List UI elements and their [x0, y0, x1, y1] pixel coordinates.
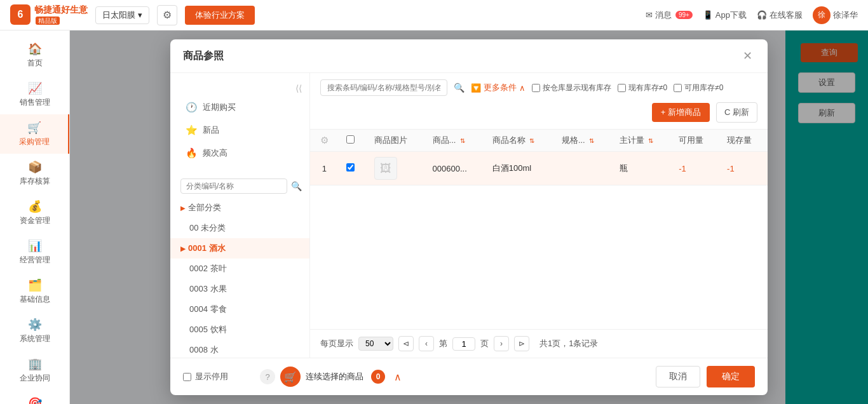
guide-icon: 🎯	[28, 396, 42, 404]
sidebar: 🏠 首页 📈 销售管理 🛒 采购管理 📦 库存核算 💰 资金管理 📊 经营管理 …	[0, 30, 70, 404]
basic-icon: 🗂️	[28, 278, 42, 292]
user-item[interactable]: 徐 徐泽华	[813, 6, 858, 24]
first-page-button[interactable]: ⊲	[398, 336, 414, 351]
chevron-down-icon: ▾	[138, 10, 142, 20]
product-search-input[interactable]	[320, 79, 447, 96]
modal-right-panel: 🔍 🔽 更多条件 ∧ 按仓库显示现有库存	[310, 73, 768, 358]
cart-icon[interactable]: 🛒	[280, 367, 301, 387]
filter-button[interactable]: 🔽 更多条件 ∧	[471, 82, 526, 93]
notification-label: 消息	[655, 10, 672, 21]
category-uncategorized[interactable]: 00 未分类	[170, 218, 309, 238]
col-settings-icon[interactable]: ⚙	[320, 135, 329, 145]
checkbox-warehouse-label: 按仓库显示现有库存	[543, 83, 611, 93]
col-code-label: 商品...	[433, 135, 456, 145]
avatar-initial: 徐	[818, 10, 825, 20]
nav-recent-purchase[interactable]: 🕐 近期购买	[175, 97, 304, 118]
topbar: 6 畅捷通好生意 精品版 日太阳膜 ▾ ⚙ 体验行业方案 ✉ 消息 99+ 📱 …	[0, 0, 868, 30]
category-fruit[interactable]: 0003 水果	[170, 279, 309, 299]
col-spec[interactable]: 规格... ⇅	[554, 130, 612, 152]
col-unit-label: 主计量	[620, 135, 644, 145]
checkbox-stock-label: 现有库存≠0	[628, 83, 667, 93]
sidebar-label-business: 经营管理	[20, 255, 50, 266]
available-checkbox[interactable]	[674, 84, 682, 92]
help-icon[interactable]: ?	[260, 369, 275, 384]
product-image: 🖼	[374, 157, 397, 180]
sidebar-label-enterprise: 企业协同	[20, 373, 50, 384]
checkbox-stock[interactable]: 现有库存≠0	[618, 83, 667, 93]
category-tea[interactable]: 0002 茶叶	[170, 259, 309, 279]
frequent-icon: 🔥	[186, 147, 198, 159]
sidebar-item-sales[interactable]: 📈 销售管理	[0, 75, 69, 114]
checkbox-available[interactable]: 可用库存≠0	[674, 83, 723, 93]
avatar: 徐	[813, 6, 831, 24]
nav-new-products[interactable]: ⭐ 新品	[175, 119, 304, 141]
purchase-icon: 🛒	[27, 121, 41, 135]
category-tea-label: 0002 茶叶	[189, 263, 227, 274]
warehouse-checkbox[interactable]	[532, 84, 540, 92]
confirm-button[interactable]: 确定	[707, 366, 755, 387]
sidebar-item-purchase[interactable]: 🛒 采购管理	[0, 114, 69, 154]
sales-icon: 📈	[28, 81, 42, 95]
cart-count: 0	[371, 370, 385, 384]
row-code: 000600...	[425, 152, 485, 185]
page-size-select[interactable]: 50 20 100	[358, 337, 393, 351]
category-all[interactable]: ▶ 全部分类	[170, 198, 309, 218]
cancel-button[interactable]: 取消	[656, 366, 700, 387]
sidebar-item-guide[interactable]: 🎯 新手引导	[0, 390, 69, 404]
category-snack[interactable]: 0004 零食	[170, 299, 309, 320]
prev-page-button[interactable]: ‹	[419, 336, 434, 351]
next-page-button[interactable]: ›	[494, 336, 509, 351]
modal-close-button[interactable]: ✕	[740, 48, 755, 64]
category-search-input[interactable]	[180, 178, 287, 194]
show-disabled-checkbox[interactable]: 显示停用	[183, 371, 228, 382]
service-label: 在线客服	[770, 10, 803, 21]
pagination: 每页显示 50 20 100 ⊲ ‹ 第 页 ›	[310, 329, 768, 358]
sidebar-item-home[interactable]: 🏠 首页	[0, 36, 69, 75]
checkbox-warehouse[interactable]: 按仓库显示现有库存	[532, 83, 611, 93]
col-code[interactable]: 商品... ⇅	[425, 130, 485, 152]
row-index: 1	[310, 152, 339, 185]
last-page-button[interactable]: ⊳	[514, 336, 529, 351]
nav-frequent[interactable]: 🔥 频次高	[175, 142, 304, 164]
store-selector[interactable]: 日太阳膜 ▾	[95, 6, 149, 24]
store-name: 日太阳膜	[102, 10, 135, 21]
collapse-button[interactable]: ⟨⟨	[288, 81, 309, 96]
select-all-checkbox[interactable]	[346, 135, 355, 144]
category-water[interactable]: 0008 水	[170, 340, 309, 358]
cart-area: ? 🛒 连续选择的商品 0 ∧	[260, 367, 402, 387]
page-input[interactable]	[452, 337, 475, 351]
customer-service-item[interactable]: 🎧 在线客服	[757, 10, 803, 21]
sidebar-item-basic[interactable]: 🗂️ 基础信息	[0, 272, 69, 311]
notification-item[interactable]: ✉ 消息 99+	[646, 10, 693, 21]
refresh-button[interactable]: C 刷新	[716, 102, 757, 123]
app-download-item[interactable]: 📱 App下载	[703, 10, 747, 21]
sidebar-item-finance[interactable]: 💰 资金管理	[0, 193, 69, 232]
col-unit[interactable]: 主计量 ⇅	[612, 130, 671, 152]
trial-button[interactable]: 体验行业方案	[185, 6, 255, 25]
modal-title: 商品参照	[183, 50, 224, 63]
row-checkbox[interactable]	[346, 163, 355, 172]
category-beverage[interactable]: 0005 饮料	[170, 320, 309, 340]
category-alcohol[interactable]: ▶ 0001 酒水	[170, 238, 309, 259]
sort-code-icon: ⇅	[460, 137, 465, 144]
disabled-checkbox[interactable]	[183, 373, 191, 381]
sidebar-item-inventory[interactable]: 📦 库存核算	[0, 154, 69, 193]
row-check[interactable]	[339, 152, 367, 185]
logo-area: 6 畅捷通好生意 精品版	[10, 4, 88, 25]
col-spec-label: 规格...	[562, 135, 585, 145]
row-unit: 瓶	[612, 152, 671, 185]
category-search-icon[interactable]: 🔍	[291, 181, 302, 191]
col-name[interactable]: 商品名称 ⇅	[485, 130, 554, 152]
sidebar-item-system[interactable]: ⚙️ 系统管理	[0, 311, 69, 351]
new-icon: ⭐	[186, 125, 198, 136]
row-name: 白酒100ml	[485, 152, 554, 185]
stock-checkbox[interactable]	[618, 84, 626, 92]
category-snack-label: 0004 零食	[189, 304, 227, 315]
chevron-up-icon[interactable]: ∧	[394, 371, 402, 383]
sidebar-item-enterprise[interactable]: 🏢 企业协同	[0, 351, 69, 390]
sidebar-item-business[interactable]: 📊 经营管理	[0, 232, 69, 272]
product-search-icon[interactable]: 🔍	[454, 83, 465, 93]
table-row[interactable]: 1 🖼 000600... 白酒100ml 瓶	[310, 152, 768, 185]
settings-icon[interactable]: ⚙	[157, 5, 177, 25]
add-product-button[interactable]: + 新增商品	[652, 103, 710, 122]
